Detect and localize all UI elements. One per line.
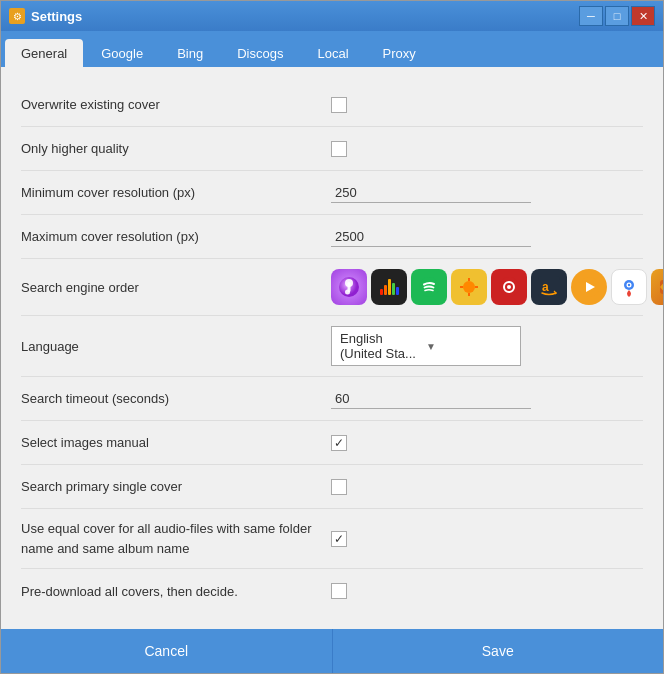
engine-google[interactable] [611,269,647,305]
window-controls: ─ □ ✕ [579,6,655,26]
higher-quality-control [331,141,643,157]
setting-primary-single: Search primary single cover [21,465,643,509]
language-dropdown[interactable]: English (United Sta... ▼ [331,326,521,366]
settings-content: Overwrite existing cover Only higher qua… [1,67,663,629]
higher-quality-label: Only higher quality [21,141,331,156]
tab-proxy[interactable]: Proxy [367,39,432,67]
engine-spotify[interactable] [411,269,447,305]
save-button[interactable]: Save [333,629,664,673]
select-manual-checkbox[interactable] [331,435,347,451]
primary-single-control [331,479,643,495]
dropdown-arrow-icon: ▼ [426,341,512,352]
equal-cover-control [331,531,643,547]
setting-higher-quality: Only higher quality [21,127,643,171]
language-label: Language [21,339,331,354]
higher-quality-checkbox[interactable] [331,141,347,157]
select-manual-label: Select images manual [21,435,331,450]
pre-download-label: Pre-download all covers, then decide. [21,584,331,599]
setting-pre-download: Pre-download all covers, then decide. [21,569,643,613]
equal-cover-label: Use equal cover for all audio-files with… [21,519,331,558]
svg-point-19 [628,284,630,286]
min-cover-label: Minimum cover resolution (px) [21,185,331,200]
minimize-button[interactable]: ─ [579,6,603,26]
svg-point-12 [507,285,511,289]
title-bar: ⚙ Settings ─ □ ✕ [1,1,663,31]
tab-bar: General Google Bing Discogs Local Proxy [1,31,663,67]
svg-point-5 [463,281,475,293]
tab-discogs[interactable]: Discogs [221,39,299,67]
engine-play[interactable] [571,269,607,305]
max-cover-input[interactable] [331,227,531,247]
min-cover-control [331,183,643,203]
svg-text:a: a [542,280,549,294]
setting-select-manual: Select images manual [21,421,643,465]
primary-single-checkbox[interactable] [331,479,347,495]
svg-point-3 [345,290,350,295]
footer: Cancel Save [1,629,663,673]
setting-min-cover: Minimum cover resolution (px) [21,171,643,215]
app-icon: ⚙ [9,8,25,24]
setting-language: Language English (United Sta... ▼ [21,316,643,377]
max-cover-control [331,227,643,247]
max-cover-label: Maximum cover resolution (px) [21,229,331,244]
setting-search-timeout: Search timeout (seconds) [21,377,643,421]
settings-window: ⚙ Settings ─ □ ✕ General Google Bing Dis… [0,0,664,674]
engine-last[interactable]: ▶ [651,269,663,305]
engine-deezer[interactable] [371,269,407,305]
setting-max-cover: Maximum cover resolution (px) [21,215,643,259]
window-title: Settings [31,9,573,24]
maximize-button[interactable]: □ [605,6,629,26]
search-timeout-control [331,389,643,409]
setting-engine-order: Search engine order [21,259,643,316]
engine-itunes[interactable] [331,269,367,305]
search-timeout-input[interactable] [331,389,531,409]
setting-equal-cover: Use equal cover for all audio-files with… [21,509,643,569]
overwrite-checkbox[interactable] [331,97,347,113]
pre-download-control [331,583,643,599]
tab-google[interactable]: Google [85,39,159,67]
engine-order-control: a [331,269,663,305]
overwrite-label: Overwrite existing cover [21,97,331,112]
pre-download-checkbox[interactable] [331,583,347,599]
tab-local[interactable]: Local [301,39,364,67]
setting-overwrite: Overwrite existing cover [21,83,643,127]
tab-bing[interactable]: Bing [161,39,219,67]
tab-general[interactable]: General [5,39,83,67]
overwrite-control [331,97,643,113]
cancel-button[interactable]: Cancel [1,629,333,673]
engine-amazon[interactable]: a [531,269,567,305]
min-cover-input[interactable] [331,183,531,203]
equal-cover-checkbox[interactable] [331,531,347,547]
search-engines-list: a [331,269,663,305]
search-timeout-label: Search timeout (seconds) [21,391,331,406]
primary-single-label: Search primary single cover [21,479,331,494]
engine-yellow[interactable] [451,269,487,305]
language-value: English (United Sta... [340,331,426,361]
engine-order-label: Search engine order [21,280,331,295]
engine-napster[interactable] [491,269,527,305]
close-button[interactable]: ✕ [631,6,655,26]
language-control: English (United Sta... ▼ [331,326,643,366]
select-manual-control [331,435,643,451]
